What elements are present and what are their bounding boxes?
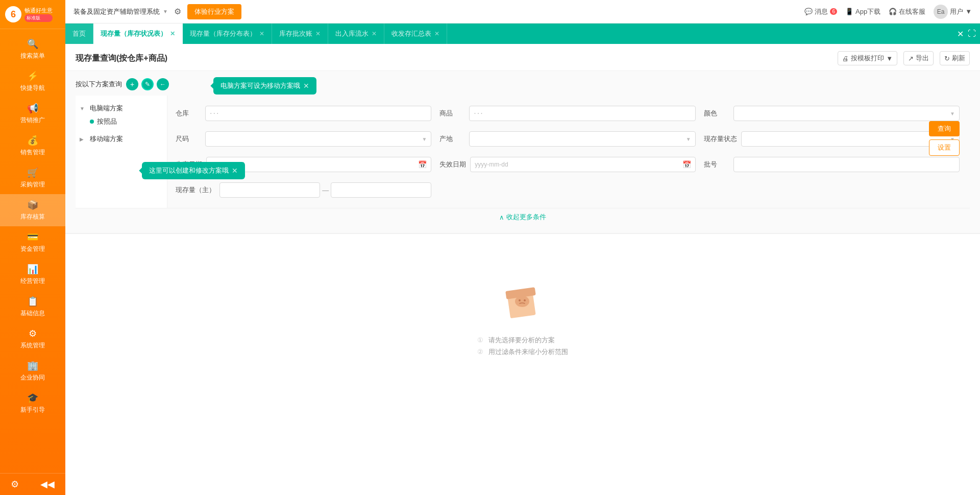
origin-select[interactable]: ▼	[469, 131, 695, 147]
sidebar-collapse-btn[interactable]: ◀◀	[40, 479, 55, 490]
content-area: 现存量查询(按仓库+商品) 🖨 按模板打印 ▼ ↗ 导出 ↻ 刷新	[65, 44, 980, 495]
tab-stock-status[interactable]: 现存量（库存状况表） ✕	[93, 23, 183, 44]
content-inner: 现存量查询(按仓库+商品) 🖨 按模板打印 ▼ ↗ 导出 ↻ 刷新	[65, 44, 980, 495]
tab-home[interactable]: 首页	[65, 23, 93, 44]
size-select[interactable]: ▼	[205, 131, 431, 147]
filter-field-goods: 商品 ···	[439, 106, 695, 121]
filter-fields-panel: 仓库 ··· 商品 ···	[167, 96, 970, 208]
goods-input[interactable]: ···	[469, 106, 695, 121]
reset-button[interactable]: 设置	[929, 139, 960, 156]
stock-qty-from[interactable]	[219, 182, 320, 198]
message-badge: 6	[830, 8, 837, 15]
tab-stock-dist[interactable]: 现存量（库存分布表） ✕	[183, 23, 272, 44]
sidebar-item-basic-info[interactable]: 📋 基础信息	[0, 291, 65, 323]
calendar-icon: 📅	[418, 160, 427, 169]
user-menu[interactable]: Ea 用户 ▼	[934, 5, 972, 19]
stock-qty-range: —	[219, 182, 431, 198]
sidebar-logo[interactable]: 6 畅通好生意 标准版	[0, 0, 65, 29]
batch-no-input[interactable]	[733, 157, 960, 172]
sidebar-item-purchase[interactable]: 🛒 采购管理	[0, 162, 65, 194]
add-scheme-button[interactable]: +	[126, 78, 138, 90]
stock-qty-to[interactable]	[331, 182, 431, 198]
tab-in-out-flow[interactable]: 出入库流水 ✕	[328, 23, 384, 44]
sidebar-item-sales[interactable]: 💰 销售管理	[0, 130, 65, 162]
sidebar-nav: 🔍 搜索菜单 ⚡ 快捷导航 📢 营销推广 💰 销售管理 🛒 采购管理 📦 库存核…	[0, 29, 65, 473]
tree-expand-icon: ▼	[80, 106, 87, 111]
topbar-settings-icon[interactable]: ⚙	[174, 7, 181, 16]
sidebar-item-label: 新手引导	[20, 406, 45, 414]
main-content: 装备及固定资产辅助管理系统 ▼ ⚙ 体验行业方案 💬 消息 6 📱 App下载 …	[65, 0, 980, 495]
scheme-group-mobile[interactable]: ▶ 移动端方案	[76, 132, 167, 146]
sidebar-item-system[interactable]: ⚙ 系统管理	[0, 323, 65, 355]
sidebar-item-label: 资金管理	[20, 245, 45, 253]
query-button[interactable]: 查询	[929, 121, 960, 136]
sidebar-item-marketing[interactable]: 📢 营销推广	[0, 98, 65, 130]
color-select[interactable]: ▼	[733, 106, 960, 121]
sidebar-item-quick-nav[interactable]: ⚡ 快捷导航	[0, 65, 65, 98]
stock-qty-label: 现存量（主）	[176, 185, 215, 195]
tab-batch-ledger[interactable]: 库存批次账 ✕	[272, 23, 328, 44]
tab-fullscreen-icon[interactable]: ⛶	[968, 29, 976, 38]
print-button[interactable]: 🖨 按模板打印 ▼	[838, 51, 897, 65]
sidebar-item-guide[interactable]: 🎓 新手引导	[0, 387, 65, 419]
size-select-arrow-icon: ▼	[422, 136, 427, 142]
filter-field-origin: 产地 ▼	[439, 131, 695, 147]
expiry-date-input[interactable]: yyyy-mm-dd 📅	[470, 157, 695, 172]
stock-status-select[interactable]: ▼	[741, 131, 960, 147]
topbar-right: 💬 消息 6 📱 App下载 🎧 在线客服 Ea 用户 ▼	[804, 5, 972, 19]
guide-icon: 🎓	[27, 392, 38, 404]
trial-button[interactable]: 体验行业方案	[187, 4, 241, 19]
filter-field-batch-no: 批号	[704, 157, 960, 172]
sidebar-item-inventory[interactable]: 📦 库存核算	[0, 194, 65, 226]
tab-close-icon[interactable]: ✕	[259, 30, 264, 37]
sidebar-item-finance[interactable]: 💳 资金管理	[0, 226, 65, 258]
tab-close-icon[interactable]: ✕	[315, 30, 321, 37]
tabbar-actions: ✕ ⛶	[953, 23, 980, 44]
color-select-arrow-icon: ▼	[950, 111, 955, 116]
tab-close-all-icon[interactable]: ✕	[957, 29, 964, 39]
filter-field-color: 颜色 ▼	[704, 106, 960, 121]
empty-box-svg	[500, 280, 546, 321]
arrow-scheme-button[interactable]: ←	[157, 78, 169, 90]
batch-no-label: 批号	[704, 160, 729, 169]
origin-select-arrow-icon: ▼	[686, 136, 691, 142]
tab-close-icon[interactable]: ✕	[372, 30, 377, 37]
tab-receive-summary[interactable]: 收发存汇总表 ✕	[384, 23, 447, 44]
refresh-button[interactable]: ↻ 刷新	[940, 51, 970, 65]
edit-scheme-button[interactable]: ✎	[141, 78, 154, 90]
scheme-item-by-goods[interactable]: 按照品	[76, 115, 167, 128]
filter-main: ▼ 电脑端方案 按照品 ▶ 移动端方案	[76, 96, 970, 208]
sidebar-item-enterprise[interactable]: 🏢 企业协同	[0, 355, 65, 387]
tabbar: 首页 现存量（库存状况表） ✕ 现存量（库存分布表） ✕ 库存批次账 ✕ 出入库…	[65, 23, 980, 44]
sidebar-settings-btn[interactable]: ⚙	[11, 479, 19, 490]
purchase-icon: 🛒	[27, 167, 38, 178]
enterprise-icon: 🏢	[27, 360, 38, 371]
logo-badge: 标准版	[24, 14, 53, 22]
tab-close-icon[interactable]: ✕	[434, 30, 439, 37]
sidebar-item-label: 快捷导航	[20, 84, 45, 92]
app-download-btn[interactable]: 📱 App下载	[845, 7, 880, 16]
filter-actions: + ✎ ←	[126, 78, 169, 90]
dropdown-arrow-icon: ▼	[163, 9, 168, 14]
headset-icon: 🎧	[889, 8, 897, 15]
empty-state: ① 请先选择要分析的方案 ② 用过滤条件来缩小分析范围	[65, 234, 980, 399]
sidebar-item-operation[interactable]: 📊 经营管理	[0, 258, 65, 291]
tooltip-close-icon[interactable]: ✕	[232, 167, 238, 175]
filter-buttons: 查询 设置	[929, 121, 960, 156]
svg-point-3	[519, 299, 521, 301]
scheme-tree: ▼ 电脑端方案 按照品 ▶ 移动端方案	[76, 100, 167, 148]
warehouse-input[interactable]: ···	[205, 106, 431, 121]
tooltip-scheme-mobile: 电脑方案可设为移动方案哦 ✕	[213, 77, 316, 95]
export-button[interactable]: ↗ 导出	[903, 51, 934, 65]
sidebar-item-label: 销售管理	[20, 148, 45, 157]
tooltip-close-icon[interactable]: ✕	[303, 82, 309, 90]
tab-close-icon[interactable]: ✕	[170, 30, 175, 37]
basic-info-icon: 📋	[27, 296, 38, 307]
scheme-group-desktop[interactable]: ▼ 电脑端方案	[76, 102, 167, 115]
tooltip-scheme-create: 这里可以创建和修改方案哦 ✕	[142, 162, 245, 179]
sidebar-item-search[interactable]: 🔍 搜索菜单	[0, 33, 65, 65]
goods-label: 商品	[439, 109, 465, 118]
message-btn[interactable]: 💬 消息 6	[804, 7, 837, 16]
online-service-btn[interactable]: 🎧 在线客服	[889, 7, 925, 16]
filter-collapse-btn[interactable]: ∧ 收起更多条件	[76, 208, 970, 226]
